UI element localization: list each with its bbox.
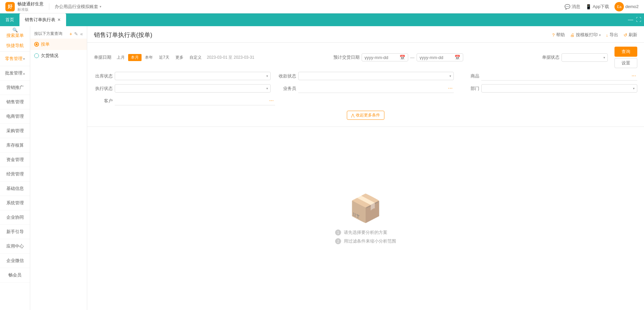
tabbar: 首页 销售订单执行表 ✕ — ⛶	[0, 13, 644, 26]
collapse-row: ⋀ 收起更多条件	[94, 108, 637, 122]
payment-label: 收款状态	[277, 73, 296, 79]
date-label: 单据日期	[94, 54, 111, 60]
date-tab-this-year[interactable]: 本年	[142, 54, 156, 61]
calendar-start-icon[interactable]: 📅	[399, 55, 405, 60]
minimize-icon[interactable]: —	[628, 17, 633, 23]
scheme-item-shortage[interactable]: 欠货情况	[30, 50, 87, 61]
product-dots-btn[interactable]: ···	[630, 73, 637, 79]
sidebar-item-wholesale[interactable]: 批发管理 ▴	[0, 66, 30, 81]
outbound-select-wrapper: ▾	[115, 72, 271, 80]
refresh-btn[interactable]: ↺ 刷新	[624, 32, 637, 38]
tabbar-actions: — ⛶	[628, 17, 644, 23]
sales-tab-label: 销售订单执行表	[25, 17, 55, 23]
customer-label: 客户	[94, 98, 113, 104]
tab-close-icon[interactable]: ✕	[57, 17, 61, 22]
sidebar-item-inventory[interactable]: 库存核算	[0, 138, 30, 153]
product-label: 商品	[461, 73, 479, 79]
user-menu[interactable]: Ea demo2	[614, 2, 639, 11]
dept-select-wrapper: ▾	[481, 84, 637, 93]
collapse-btn[interactable]: ⋀ 收起更多条件	[347, 111, 384, 120]
sidebar-item-finance[interactable]: 资金管理	[0, 153, 30, 167]
outbound-select[interactable]	[115, 72, 271, 80]
refresh-icon: ↺	[624, 33, 627, 38]
estimated-date-label: 预计交货日期	[333, 54, 360, 60]
estimated-date-filter: 预计交货日期 📅 — 📅	[333, 53, 463, 61]
customer-dots-btn[interactable]: ···	[268, 98, 275, 104]
salesperson-dots-btn[interactable]: ···	[447, 85, 454, 91]
maximize-icon[interactable]: ⛶	[636, 17, 641, 23]
export-btn[interactable]: ↓ 导出	[606, 32, 619, 38]
home-tab-label: 首页	[5, 17, 14, 23]
sidebar-search-btn[interactable]: 🔍 搜索菜单	[0, 26, 30, 40]
date-start-wrapper: 📅	[362, 53, 408, 61]
scheme-add-btn[interactable]: +	[69, 31, 72, 37]
tab-home[interactable]: 首页	[0, 13, 19, 26]
date-end-input[interactable]	[420, 55, 453, 60]
download-btn[interactable]: 📱 App下载	[586, 4, 609, 10]
exec-status-select[interactable]	[115, 84, 271, 93]
sidebar-item-system[interactable]: 系统管理	[0, 196, 30, 210]
empty-hint-1: 1 请先选择要分析的方案	[335, 229, 396, 236]
message-icon: 💬	[565, 4, 570, 9]
salesperson-input-wrapper: ···	[298, 84, 454, 93]
sidebar-item-newbie[interactable]: 新手引导	[0, 225, 30, 239]
scheme-item-by-order[interactable]: 按单	[30, 39, 87, 50]
sidebar-item-operation[interactable]: 经营管理	[0, 167, 30, 182]
setting-btn[interactable]: 设置	[614, 58, 637, 68]
payment-select-wrapper: ▾	[298, 72, 454, 80]
download-icon: 📱	[586, 4, 591, 9]
sidebar-item-retail[interactable]: 零售管理 ▾	[0, 52, 30, 66]
help-icon: ?	[552, 33, 554, 38]
sidebar-item-apps[interactable]: 应用中心	[0, 239, 30, 254]
scheme-edit-btn[interactable]: ✎	[74, 31, 78, 37]
sidebar-item-sales[interactable]: 销售管理	[0, 95, 30, 109]
exec-status-select-wrapper: ▾	[115, 84, 271, 93]
dept-select[interactable]	[481, 84, 637, 93]
sidebar-item-basic[interactable]: 基础信息	[0, 182, 30, 196]
date-tab-this-month[interactable]: 本月	[128, 54, 142, 61]
date-start-input[interactable]	[365, 55, 398, 60]
avatar: Ea	[614, 2, 624, 11]
tab-sales-order[interactable]: 销售订单执行表 ✕	[19, 13, 66, 26]
salesperson-filter: 业务员 ···	[277, 84, 454, 93]
date-separator: —	[410, 55, 415, 60]
order-status-select[interactable]	[561, 53, 608, 62]
help-btn[interactable]: ? 帮助	[552, 32, 565, 38]
sidebar-item-marketing[interactable]: 营销推广	[0, 81, 30, 95]
filter-area: 单据日期 上月 本月 本年 近7天 更多 自定义 2023-03-01 至 20…	[87, 43, 644, 127]
scheme-panel-header: 按以下方案查询 + ✎ «	[30, 29, 87, 39]
order-status-label: 单据状态	[542, 54, 559, 60]
print-btn[interactable]: 🖨 按模板打印 ▾	[570, 32, 601, 38]
print-dropdown-icon: ▾	[599, 33, 601, 37]
date-tab-last-month[interactable]: 上月	[114, 54, 127, 61]
sidebar-item-purchase[interactable]: 采购管理	[0, 124, 30, 138]
salesperson-label: 业务员	[277, 86, 296, 92]
sidebar-item-enterprise[interactable]: 企业协同	[0, 210, 30, 225]
date-end-wrapper: 📅	[417, 53, 463, 61]
logo-text: 畅捷通好生意 标准版	[17, 1, 44, 12]
dropdown-arrow-icon[interactable]: ▾	[100, 5, 101, 8]
page-actions: ? 帮助 🖨 按模板打印 ▾ ↓ 导出 ↺	[552, 32, 637, 38]
query-btn[interactable]: 查询	[614, 47, 637, 57]
chevron-icon: ▾	[23, 57, 25, 61]
main-layout: 🔍 搜索菜单 快捷导航 零售管理 ▾ 批发管理 ▴ 营销推广 销售管理 电商管理…	[0, 26, 644, 310]
scheme-collapse-btn[interactable]: «	[80, 31, 83, 37]
date-tab-more[interactable]: 更多	[173, 54, 186, 61]
sidebar-nav-btn[interactable]: 快捷导航	[0, 40, 30, 52]
page-title: 销售订单执行表(按单)	[94, 31, 152, 39]
sidebar-item-member[interactable]: 畅会员	[0, 268, 30, 282]
payment-filter: 收款状态 ▾	[277, 72, 454, 80]
calendar-end-icon[interactable]: 📅	[454, 55, 460, 60]
payment-select[interactable]	[298, 72, 454, 80]
page-header: 销售订单执行表(按单) ? 帮助 🖨 按模板打印 ▾ ↓	[87, 26, 644, 43]
message-btn[interactable]: 💬 消息	[565, 4, 580, 10]
sidebar-item-ecommerce[interactable]: 电商管理	[0, 109, 30, 124]
date-tab-7days[interactable]: 近7天	[156, 54, 172, 61]
product-input-wrapper: ···	[481, 71, 637, 81]
chevron-up-icon: ▴	[23, 71, 25, 75]
date-tab-custom[interactable]: 自定义	[187, 54, 204, 61]
topbar-left: 好 畅捷通好生意 标准版 办公用品行业模拟账套 ▾	[5, 1, 101, 12]
filter-row-4: 客户 ···	[94, 96, 637, 105]
sidebar: 🔍 搜索菜单 快捷导航 零售管理 ▾ 批发管理 ▴ 营销推广 销售管理 电商管理…	[0, 26, 30, 310]
sidebar-item-wechat[interactable]: 企业微信	[0, 254, 30, 268]
